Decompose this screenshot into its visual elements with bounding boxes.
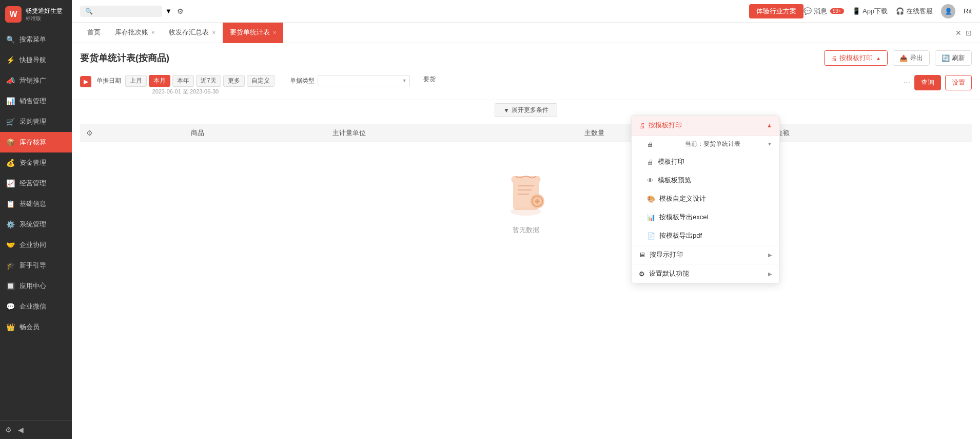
expand-btn[interactable]: ▼ 展开更多条件 (495, 103, 557, 117)
print-dropdown-item-export-excel[interactable]: 📊 按模板导出excel (632, 208, 779, 226)
expand-row: ▼ 展开更多条件 (72, 100, 980, 120)
sidebar-item-apps[interactable]: 🔲 应用中心 (0, 276, 72, 296)
sidebar-item-search[interactable]: 🔍 搜索菜单 (0, 29, 72, 50)
date-btn-more[interactable]: 更多 (223, 75, 245, 87)
tab-close-icon[interactable]: × (151, 29, 154, 35)
sidebar-item-wechat[interactable]: 💬 企业微信 (0, 296, 72, 317)
sidebar-item-marketing[interactable]: 📣 营销推广 (0, 70, 72, 91)
app-download-label: App下载 (863, 7, 888, 16)
sidebar-item-label: 新手引导 (19, 261, 46, 270)
header-actions: 🖨 按模板打印 ▲ 📤 导出 🔄 刷新 (824, 50, 972, 66)
template-print-label: 模板打印 (658, 157, 684, 166)
logo-icon: W (5, 6, 22, 23)
sidebar-item-inventory[interactable]: 📦 库存核算 (0, 132, 72, 152)
system-icon: ⚙️ (5, 219, 15, 230)
message-label: 消息 (814, 7, 827, 16)
date-btn-7days[interactable]: 近7天 (196, 75, 221, 87)
expand-window-icon[interactable]: ⊡ (966, 29, 972, 37)
collapse-icon[interactable]: ◀ (18, 426, 24, 434)
type-select[interactable] (318, 75, 410, 86)
avatar[interactable]: 👤 (941, 4, 955, 18)
sidebar-item-operations[interactable]: 📈 经营管理 (0, 173, 72, 194)
print-dropdown-item-template-custom[interactable]: 🎨 模板自定义设计 (632, 189, 779, 208)
tab-inventory-batch[interactable]: 库存批次账 × (108, 23, 162, 43)
sidebar-item-sales[interactable]: 📊 销售管理 (0, 91, 72, 111)
tab-home[interactable]: 首页 (80, 23, 108, 43)
export-excel-label: 按模板导出excel (659, 213, 708, 222)
export-icon: 📤 (899, 54, 908, 62)
settings-icon[interactable]: ⚙ (86, 129, 93, 137)
app-logo: W 畅捷通好生意 标准版 (0, 0, 72, 29)
display-print-label: 按显示打印 (650, 250, 683, 259)
sidebar-item-base[interactable]: 📋 基础信息 (0, 194, 72, 214)
print-dropdown-item-template-print[interactable]: 🖨 模板打印 (632, 152, 779, 171)
more-actions-icon[interactable]: ··· (904, 78, 910, 87)
service-label: 在线客服 (906, 7, 933, 16)
service-icon: 🎧 (896, 7, 904, 15)
print-dropdown-sub-default-setting[interactable]: ⚙ 设置默认功能 ▶ (632, 264, 779, 283)
refresh-label: 刷新 (952, 53, 965, 63)
tab-close-icon[interactable]: × (212, 29, 215, 35)
date-range: 2023-06-01 至 2023-06-30 (152, 88, 219, 96)
print-dropdown-sub-display-print[interactable]: 🖥 按显示打印 ▶ (632, 245, 779, 264)
table-col-unit: 主计量单位 (326, 124, 578, 142)
print-dropdown-item-template-preview[interactable]: 👁 模板板预览 (632, 171, 779, 189)
sidebar-item-label: 企业微信 (19, 302, 46, 311)
tab-label: 收发存汇总表 (169, 28, 209, 37)
filter-type: 单据类型 (290, 75, 410, 86)
close-window-icon[interactable]: ✕ (955, 29, 962, 37)
settings-icon[interactable]: ⚙ (5, 426, 12, 434)
settings-btn[interactable]: 设置 (945, 75, 972, 90)
page-header: 要货单统计表(按商品) 🖨 按模板打印 ▲ 📤 导出 🔄 刷新 (72, 43, 980, 71)
message-action[interactable]: 💬 消息 99+ (803, 7, 844, 16)
query-btn[interactable]: 查询 (914, 75, 941, 90)
app-version: 标准版 (26, 15, 63, 22)
tab-collection-summary[interactable]: 收发存汇总表 × (162, 23, 222, 43)
date-btn-this-month[interactable]: 本月 (149, 75, 170, 87)
print-template-btn[interactable]: 🖨 按模板打印 ▲ (824, 50, 888, 66)
tab-home-label: 首页 (87, 28, 101, 37)
date-btn-prev-month[interactable]: 上月 (125, 75, 147, 87)
guide-icon: 🎓 (5, 260, 15, 271)
apps-icon: 🔲 (5, 281, 15, 291)
filter-toggle-btn[interactable]: ▶ (80, 76, 91, 87)
sales-icon: 📊 (5, 96, 15, 106)
search-bar[interactable]: 🔍 (80, 6, 162, 17)
online-service-action[interactable]: 🎧 在线客服 (896, 7, 933, 16)
default-setting-icon: ⚙ (639, 270, 645, 278)
sidebar-item-system[interactable]: ⚙️ 系统管理 (0, 214, 72, 235)
table-col-settings[interactable]: ⚙ (80, 124, 185, 142)
sidebar-item-purchase[interactable]: 🛒 采购管理 (0, 111, 72, 132)
export-btn[interactable]: 📤 导出 (893, 50, 930, 66)
current-icon: 🖨 (647, 140, 654, 148)
app-download-action[interactable]: 📱 App下载 (852, 7, 888, 16)
sidebar-bottom: ⚙ ◀ (0, 420, 72, 439)
finance-icon: 💰 (5, 158, 15, 168)
sidebar-item-quick-nav[interactable]: ⚡ 快捷导航 (0, 50, 72, 70)
default-setting-chevron: ▶ (768, 271, 772, 277)
inventory-icon: 📦 (5, 137, 15, 147)
print-dropdown-current[interactable]: 🖨 当前：要货单统计表 ▼ (632, 136, 779, 152)
tab-requisition-stats[interactable]: 要货单统计表 × (223, 23, 283, 43)
sidebar-item-finance[interactable]: 💰 资金管理 (0, 152, 72, 173)
print-dropdown-item-export-pdf[interactable]: 📄 按模板导出pdf (632, 226, 779, 245)
sidebar-item-label: 基础信息 (19, 199, 46, 208)
date-btn-custom[interactable]: 自定义 (247, 75, 275, 87)
sidebar-item-collab[interactable]: 🤝 企业协同 (0, 235, 72, 255)
marketing-icon: 📣 (5, 75, 15, 86)
industry-btn[interactable]: 体验行业方案 (749, 4, 803, 18)
sidebar-item-guide[interactable]: 🎓 新手引导 (0, 255, 72, 276)
sidebar-item-member[interactable]: 👑 畅会员 (0, 317, 72, 337)
refresh-btn[interactable]: 🔄 刷新 (935, 50, 972, 66)
tab-close-icon[interactable]: × (273, 29, 276, 35)
print-dropdown-header[interactable]: 🖨 按模板打印 ▲ (632, 116, 779, 136)
sidebar-item-label: 销售管理 (19, 97, 46, 106)
gear-icon[interactable]: ⚙ (177, 7, 184, 15)
chevron-down-icon[interactable]: ▼ (165, 7, 172, 15)
display-print-chevron: ▶ (768, 252, 772, 258)
tab-label: 库存批次账 (115, 28, 148, 37)
message-badge: 99+ (830, 8, 844, 14)
member-icon: 👑 (5, 322, 15, 332)
export-excel-icon: 📊 (647, 214, 655, 221)
date-btn-this-year[interactable]: 本年 (172, 75, 194, 87)
